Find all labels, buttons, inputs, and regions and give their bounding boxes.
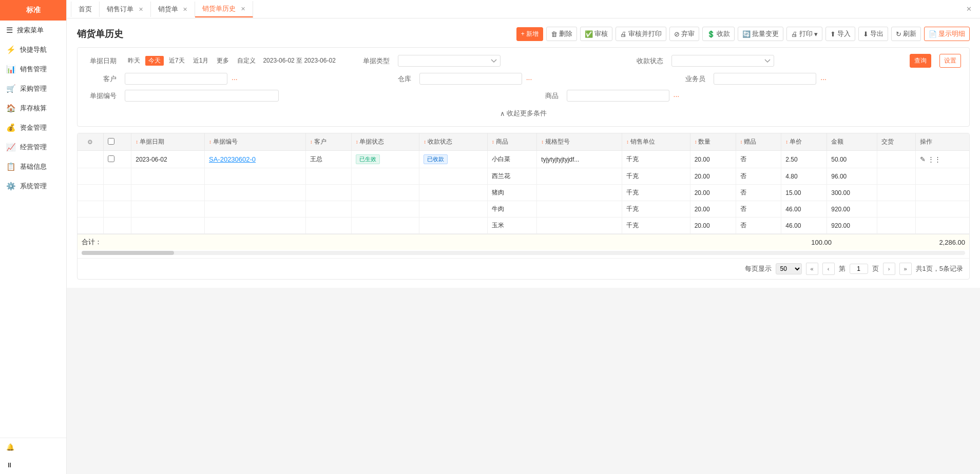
warehouse-dots-btn[interactable]: ··· [524, 75, 534, 83]
staff-label: 业务员 [675, 74, 705, 84]
table-row: 牛肉 千克 20.00 否 46.00 920.00 [78, 201, 969, 218]
table-row: 2023-06-02 SA-20230602-0 王总 已生效 已收款 小白菜 … [78, 151, 969, 168]
customer-dots-btn[interactable]: ··· [229, 75, 240, 83]
col-gift[interactable]: 赠品 [736, 133, 781, 151]
first-page-btn[interactable]: « [806, 263, 818, 275]
col-spec[interactable]: 规格型号 [537, 133, 622, 151]
row-action: ✎⋮⋮ [915, 151, 969, 168]
date-label: 单据日期 [86, 56, 117, 66]
total-info: 共1页，5条记录 [916, 264, 963, 273]
sidebar-item-operations[interactable]: 📈 经营管理 [0, 137, 66, 157]
doc-num-link[interactable]: SA-20230602-0 [209, 155, 256, 163]
settings-button[interactable]: 设置 [939, 54, 961, 68]
row-gift: 否 [736, 185, 781, 201]
tab-sales-order-close[interactable]: ✕ [139, 6, 143, 12]
last-page-btn[interactable]: » [899, 263, 912, 275]
more-icon[interactable]: ⋮⋮ [928, 155, 941, 163]
staff-dots-btn[interactable]: ··· [818, 75, 829, 83]
sidebar: 标准 ☰ 搜索菜单 ⚡ 快捷导航 📊 销售管理 🛒 采购管理 🏠 库存核算 💰 … [0, 0, 67, 474]
shortcut-1month[interactable]: 近1月 [190, 56, 212, 66]
col-num[interactable]: 单据编号 [205, 133, 306, 151]
import-button[interactable]: ⬆ 导入 [825, 27, 855, 41]
shortcut-more[interactable]: 更多 [214, 56, 232, 66]
table-header-row: ⚙ 单据日期 单据编号 客户 单据状态 收款状态 商品 规格型号 销售单位 数量… [78, 133, 969, 151]
col-goods[interactable]: 商品 [487, 133, 537, 151]
tab-sales-goods-close[interactable]: ✕ [183, 6, 187, 12]
collect-button[interactable]: 💲 收款 [702, 27, 735, 41]
customer-input[interactable] [125, 73, 227, 85]
show-detail-icon: 📄 [929, 30, 937, 38]
tab-close-all-btn[interactable]: ✕ [962, 3, 976, 15]
query-button[interactable]: 查询 [910, 54, 931, 68]
tab-home[interactable]: 首页 [71, 2, 100, 17]
col-pay-status[interactable]: 收款状态 [419, 133, 488, 151]
row-checkbox-cell [103, 185, 131, 201]
export-button[interactable]: ⬇ 导出 [858, 27, 888, 41]
goods-input[interactable] [567, 90, 669, 102]
refresh-button[interactable]: ↻ 刷新 [891, 27, 921, 41]
edit-icon[interactable]: ✎ [920, 155, 926, 163]
row-num [205, 168, 306, 185]
col-unit[interactable]: 销售单位 [622, 133, 690, 151]
sidebar-item-basic-info[interactable]: 📋 基础信息 [0, 157, 66, 176]
tab-sales-order[interactable]: 销售订单 ✕ [100, 2, 151, 17]
goods-label: 商品 [528, 91, 559, 101]
sidebar-item-sys-mgmt[interactable]: ⚙️ 系统管理 [0, 176, 66, 196]
sidebar-notification[interactable]: 🔔 [0, 438, 66, 456]
doc-type-select[interactable] [398, 55, 501, 67]
sidebar-pause[interactable]: ⏸ [0, 456, 66, 474]
tab-sales-history[interactable]: 销货单历史 ✕ [195, 1, 253, 17]
shortcut-yesterday[interactable]: 昨天 [125, 56, 143, 66]
import-icon: ⬆ [830, 30, 836, 38]
horizontal-scrollbar-track[interactable] [82, 251, 965, 255]
sidebar-item-inventory[interactable]: 🏠 库存核算 [0, 98, 66, 118]
new-button[interactable]: + 新增 [516, 27, 543, 41]
page-size-label: 每页显示 [745, 264, 772, 273]
staff-input[interactable] [714, 73, 816, 85]
select-all-checkbox[interactable] [108, 138, 114, 145]
shortcut-today[interactable]: 今天 [145, 56, 164, 66]
sidebar-item-finance[interactable]: 💰 资金管理 [0, 118, 66, 137]
next-page-btn[interactable]: › [883, 263, 895, 275]
col-qty[interactable]: 数量 [690, 133, 736, 151]
col-date[interactable]: 单据日期 [131, 133, 205, 151]
col-status[interactable]: 单据状态 [351, 133, 419, 151]
row-settings-cell [78, 185, 103, 201]
sidebar-item-sales-mgmt[interactable]: 📊 销售管理 [0, 60, 66, 79]
page-size-select[interactable]: 10 20 50 100 [776, 263, 802, 274]
col-settings[interactable]: ⚙ [78, 133, 103, 151]
sidebar-item-search-menu[interactable]: ☰ 搜索菜单 [0, 21, 66, 40]
sidebar-bottom: 🔔 ⏸ [0, 438, 66, 474]
doc-num-input[interactable] [125, 90, 279, 102]
audit-button[interactable]: ✅ 审核 [580, 27, 612, 41]
sidebar-item-quick-nav[interactable]: ⚡ 快捷导航 [0, 40, 66, 60]
collapse-btn[interactable]: ∧ 收起更多条件 [498, 107, 549, 120]
row-status [351, 218, 419, 234]
row-customer [305, 201, 351, 218]
batch-change-button[interactable]: 🔄 批量变更 [738, 27, 783, 41]
print-button[interactable]: 🖨 打印 ▾ [786, 27, 822, 41]
warehouse-input[interactable] [419, 73, 522, 85]
tab-sales-goods[interactable]: 销货单 ✕ [151, 2, 196, 17]
prev-page-btn[interactable]: ‹ [822, 263, 835, 275]
staff-control: ··· [714, 73, 961, 85]
delete-button[interactable]: 🗑 删除 [546, 27, 577, 41]
row-pay-status [419, 185, 488, 201]
horizontal-scrollbar-thumb[interactable] [82, 251, 174, 255]
sidebar-item-label: 快捷导航 [20, 45, 47, 54]
refresh-icon: ↻ [896, 30, 901, 38]
col-price[interactable]: 单价 [781, 133, 827, 151]
tab-sales-history-close[interactable]: ✕ [241, 6, 245, 12]
shortcut-custom[interactable]: 自定义 [234, 56, 259, 66]
sidebar-item-purchase-mgmt[interactable]: 🛒 采购管理 [0, 79, 66, 98]
goods-dots-btn[interactable]: ··· [671, 92, 682, 100]
col-customer[interactable]: 客户 [305, 133, 351, 151]
payment-status-select[interactable] [671, 55, 774, 67]
row-action [915, 218, 969, 234]
page-input[interactable] [850, 264, 868, 274]
abandon-button[interactable]: ⊘ 弃审 [669, 27, 699, 41]
audit-print-button[interactable]: 🖨 审核并打印 [616, 27, 666, 41]
row-checkbox[interactable] [108, 155, 114, 162]
show-detail-button[interactable]: 📄 显示明细 [924, 27, 970, 41]
shortcut-7days[interactable]: 近7天 [166, 56, 188, 66]
